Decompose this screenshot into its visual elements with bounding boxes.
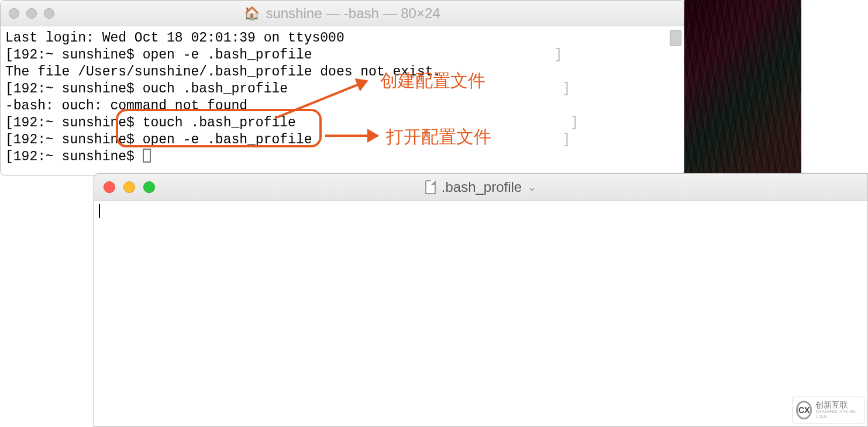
watermark-sub: CHUANG XIN HU LIAN bbox=[815, 409, 860, 419]
chevron-down-icon[interactable]: ⌄ bbox=[528, 181, 536, 194]
terminal-line: [192:~ sunshine$ touch .bash_profile bbox=[5, 115, 296, 130]
document-icon bbox=[425, 180, 436, 194]
textedit-title[interactable]: .bash_profile ⌄ bbox=[425, 179, 536, 195]
close-button[interactable] bbox=[104, 181, 115, 193]
annotation-label-create: 创建配置文件 bbox=[380, 69, 485, 93]
terminal-line: Last login: Wed Oct 18 02:01:39 on ttys0… bbox=[5, 30, 345, 46]
terminal-title-text: sunshine — -bash — 80×24 bbox=[266, 5, 440, 22]
terminal-output[interactable]: Last login: Wed Oct 18 02:01:39 on ttys0… bbox=[5, 30, 679, 166]
textedit-title-text: .bash_profile bbox=[442, 179, 522, 195]
terminal-line: [192:~ sunshine$ open -e .bash_profile bbox=[5, 132, 312, 147]
terminal-title: 🏠 sunshine — -bash — 80×24 bbox=[244, 5, 440, 22]
home-icon: 🏠 bbox=[244, 6, 260, 21]
textedit-window[interactable]: .bash_profile ⌄ bbox=[94, 173, 868, 427]
terminal-titlebar[interactable]: 🏠 sunshine — -bash — 80×24 bbox=[1, 1, 684, 26]
watermark: CX 创新互联 CHUANG XIN HU LIAN bbox=[792, 397, 864, 423]
close-button[interactable] bbox=[9, 8, 19, 19]
terminal-line: [192:~ sunshine$ bbox=[5, 149, 143, 164]
text-cursor bbox=[99, 204, 100, 218]
desktop-wallpaper bbox=[684, 0, 801, 174]
terminal-line: -bash: ouch: command not found bbox=[5, 98, 247, 113]
watermark-logo-icon: CX bbox=[796, 401, 812, 419]
terminal-cursor bbox=[143, 149, 151, 163]
zoom-button[interactable] bbox=[44, 8, 54, 19]
textedit-titlebar[interactable]: .bash_profile ⌄ bbox=[94, 174, 867, 201]
terminal-body[interactable]: Last login: Wed Oct 18 02:01:39 on ttys0… bbox=[1, 26, 684, 175]
annotation-label-open: 打开配置文件 bbox=[386, 125, 491, 149]
annotation-arrow bbox=[325, 135, 378, 137]
terminal-traffic-lights[interactable] bbox=[9, 8, 54, 19]
watermark-brand: 创新互联 bbox=[815, 401, 860, 409]
zoom-button[interactable] bbox=[143, 181, 155, 193]
textedit-traffic-lights[interactable] bbox=[104, 181, 155, 193]
textedit-body[interactable] bbox=[94, 201, 867, 426]
terminal-line: The file /Users/sunshine/.bash_profile d… bbox=[5, 64, 441, 80]
minimize-button[interactable] bbox=[123, 181, 135, 193]
minimize-button[interactable] bbox=[26, 8, 37, 19]
terminal-line: [192:~ sunshine$ ouch .bash_profile bbox=[5, 81, 288, 97]
scrollback-marker: ] bbox=[312, 47, 563, 63]
terminal-window[interactable]: 🏠 sunshine — -bash — 80×24 Last login: W… bbox=[0, 0, 684, 175]
terminal-line: [192:~ sunshine$ open -e .bash_profile bbox=[5, 47, 312, 63]
